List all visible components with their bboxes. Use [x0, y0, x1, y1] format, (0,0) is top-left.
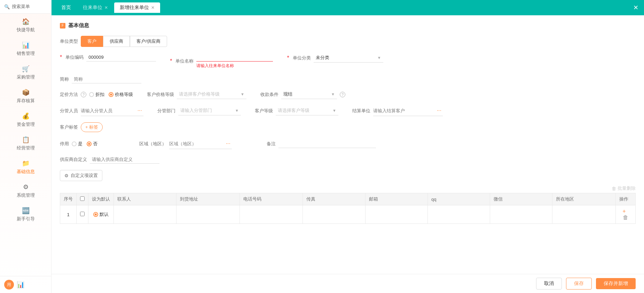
supplier-custom-label: 供应商自定义 [60, 156, 87, 163]
sidebar-item-finance[interactable]: 💰 资金管理 [0, 108, 51, 132]
row-checkbox[interactable] [77, 205, 88, 224]
unit-btn-customer[interactable]: 客户 [81, 36, 103, 47]
th-phone: 电话号码 [239, 193, 303, 205]
tags-label: 客户标签 [60, 124, 78, 130]
radio-discount[interactable]: 折扣 [89, 91, 104, 98]
unit-category-select[interactable]: 未分类 ▼ [314, 53, 383, 63]
tabs-close-all-button[interactable]: ✕ [632, 2, 640, 13]
add-tag-button[interactable]: + 标签 [81, 122, 103, 132]
customer-price-select[interactable]: 请选择客户价格等级 ▼ [177, 90, 246, 99]
pricing-help-icon[interactable]: ? [81, 92, 86, 97]
settlement-input[interactable] [373, 108, 435, 113]
row-default[interactable]: 默认 [88, 205, 114, 224]
payment-select[interactable]: 现结 ▼ [281, 90, 337, 99]
address-input[interactable] [180, 212, 236, 217]
sidebar-item-inventory[interactable]: 📦 库存核算 [0, 84, 51, 108]
sidebar-item-guide[interactable]: 🆕 新手引导 [0, 203, 51, 226]
region-more-btn[interactable]: ··· [225, 140, 232, 147]
tab-partners-label: 往来单位 [83, 5, 102, 11]
radio-price-level-label: 价格等级 [115, 91, 133, 98]
department-select[interactable]: 请输入分管部门 ▼ [178, 106, 241, 115]
region-input[interactable] [169, 141, 225, 146]
save-button[interactable]: 保存 [566, 278, 592, 290]
sidebar-search-label: 搜索菜单 [12, 3, 30, 10]
remark-input[interactable] [278, 140, 376, 148]
row-region-input[interactable] [556, 212, 612, 217]
th-contact: 联系人 [114, 193, 176, 205]
row-wechat[interactable] [490, 205, 552, 224]
search-icon: 🔍 [4, 4, 10, 9]
cancel-button[interactable]: 取消 [536, 278, 562, 290]
content-area: F 基本信息 单位类型 客户 供应商 客户/供应商 * 单位编码 * [52, 15, 644, 274]
sidebar-item-operations[interactable]: 📋 经营管理 [0, 132, 51, 155]
sidebar-item-purchase[interactable]: 🛒 采购管理 [0, 61, 51, 84]
row-qq[interactable] [428, 205, 490, 224]
manager-more-btn[interactable]: ··· [136, 107, 143, 114]
sidebar-search[interactable]: 🔍 搜索菜单 [0, 0, 51, 14]
custom-settings-button[interactable]: ⚙ 自定义项设置 [60, 170, 102, 181]
row-select-checkbox[interactable] [80, 212, 85, 216]
pricing-group: 定价方法 ? 折扣 价格等级 [60, 91, 133, 98]
row-action[interactable]: + 🗑 [615, 205, 635, 224]
unit-name-error: 请输入往来单位名称 [196, 63, 273, 69]
settlement-input-wrap: ··· [373, 105, 443, 116]
contact-input[interactable] [117, 212, 173, 217]
unit-name-input[interactable] [196, 53, 273, 62]
radio-yes[interactable]: 是 [72, 141, 83, 147]
section-icon: F [60, 23, 65, 29]
unit-btn-both[interactable]: 客户/供应商 [130, 36, 167, 47]
finance-icon: 💰 [22, 112, 30, 120]
email-input[interactable] [369, 212, 424, 217]
manager-input[interactable] [81, 108, 136, 113]
sidebar-item-sales[interactable]: 📊 销售管理 [0, 37, 51, 61]
row-add-btn[interactable]: + [622, 208, 626, 214]
row-region[interactable] [552, 205, 615, 224]
unit-category-chevron: ▼ [377, 56, 381, 60]
tab-partners-close[interactable]: ✕ [104, 5, 108, 10]
unit-code-input[interactable] [86, 53, 156, 62]
row-contact[interactable] [114, 205, 176, 224]
unit-btn-supplier[interactable]: 供应商 [103, 36, 130, 47]
sidebar-item-system[interactable]: ⚙ 系统管理 [0, 179, 51, 203]
row-address[interactable] [176, 205, 239, 224]
settlement-group: 结算单位 ··· [352, 105, 443, 116]
row-email[interactable] [365, 205, 428, 224]
tab-partners[interactable]: 往来单位 ✕ [77, 2, 113, 13]
qq-input[interactable] [431, 212, 486, 217]
th-region: 所在地区 [552, 193, 615, 205]
batch-delete-area[interactable]: 🗑 批量删除 [60, 185, 636, 192]
radio-price-level[interactable]: 价格等级 [109, 91, 133, 98]
row-fax[interactable] [303, 205, 365, 224]
abbr-input[interactable] [72, 75, 141, 83]
form-row-pricing: 定价方法 ? 折扣 价格等级 客户价格等级 [60, 90, 636, 99]
payment-help-icon[interactable]: ? [340, 92, 345, 97]
tab-new-partner-close[interactable]: ✕ [151, 5, 155, 10]
th-checkbox[interactable] [77, 193, 88, 205]
row-default-radio[interactable] [93, 212, 98, 217]
settlement-more-btn[interactable]: ··· [435, 107, 443, 114]
sidebar-item-quick-nav[interactable]: 🏠 快捷导航 [0, 14, 51, 37]
supplier-custom-input[interactable] [90, 155, 159, 164]
customer-level-chevron: ▼ [332, 108, 336, 113]
unit-type-label: 单位类型 [60, 38, 78, 44]
select-all-checkbox[interactable] [80, 196, 85, 201]
sidebar-item-basic-info[interactable]: 📁 基础信息 [0, 155, 51, 179]
wechat-input[interactable] [494, 212, 549, 217]
abbr-label: 简称 [60, 76, 69, 82]
radio-no[interactable]: 否 [87, 141, 97, 147]
customer-level-group: 客户等级 请选择客户等级 ▼ [255, 106, 338, 115]
table-header: 序号 设为默认 联系人 到货地址 电话号码 传真 邮箱 qq 微信 所在地区 操… [60, 193, 636, 205]
customer-level-select[interactable]: 请选择客户等级 ▼ [276, 106, 338, 115]
phone-input[interactable] [243, 212, 299, 217]
tab-home[interactable]: 首页 [56, 2, 77, 13]
tab-new-partner[interactable]: 新增往来单位 ✕ [114, 2, 160, 13]
row-delete-btn[interactable]: 🗑 [623, 214, 628, 220]
row-phone[interactable] [239, 205, 303, 224]
th-default: 设为默认 [88, 193, 114, 205]
remark-group: 备注 [267, 140, 376, 148]
form-row-manager: 分管人员 ··· 分管部门 请输入分管部门 ▼ 客户等级 请选择客户等级 ▼ [60, 105, 636, 116]
save-new-button[interactable]: 保存并新增 [596, 278, 636, 289]
fax-input[interactable] [306, 212, 362, 217]
disable-label: 停用 [60, 141, 69, 147]
unit-category-value: 未分类 [316, 55, 329, 61]
